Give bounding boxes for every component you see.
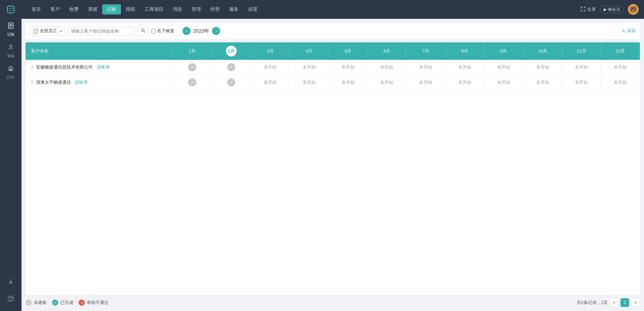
month-cell-2: − bbox=[212, 60, 251, 75]
page-footer: − 未建账 ✓ 已完成 ✕ 审核不通过 共2条记录， bbox=[26, 295, 640, 307]
bookkeeping-icon bbox=[7, 22, 14, 31]
status-not-started: 未开始 bbox=[419, 65, 432, 70]
dropdown-arrow-icon: ▾ bbox=[60, 29, 62, 34]
nav-message[interactable]: 消息 bbox=[168, 4, 187, 14]
next-page-button[interactable]: > bbox=[631, 298, 640, 307]
sidebar-item-bookkeeping-label: 记账 bbox=[7, 32, 14, 37]
legend-not-built: − 未建账 bbox=[26, 300, 47, 306]
month-cell-12: 未开始 bbox=[601, 60, 640, 75]
enter-ledger-link[interactable]: 进账簿 bbox=[75, 80, 88, 85]
my-accounts-checkbox[interactable] bbox=[151, 29, 156, 33]
sidebar-item-bookkeeping[interactable]: 记账 bbox=[0, 19, 22, 40]
nav-tax[interactable]: 报税 bbox=[121, 4, 140, 14]
month-cell-7: 未开始 bbox=[406, 75, 445, 90]
nav-home[interactable]: 首页 bbox=[27, 4, 46, 14]
status-not-started: 未开始 bbox=[536, 65, 549, 70]
employee-icon: 📋 bbox=[33, 28, 38, 34]
status-not-started: 未开始 bbox=[341, 65, 355, 70]
active-month-badge: 2月 bbox=[226, 46, 237, 56]
th-oct: 10月 bbox=[523, 42, 562, 60]
sidebar-item-audit[interactable]: 审核 bbox=[0, 40, 22, 62]
nav-service[interactable]: 服务 bbox=[225, 4, 243, 14]
month-cell-6: 未开始 bbox=[367, 60, 406, 75]
status-not-started: 未开始 bbox=[419, 80, 432, 85]
sidebar-item-print-label: 打印 bbox=[7, 75, 14, 80]
status-not-started: 未开始 bbox=[264, 65, 277, 70]
search-button[interactable] bbox=[138, 27, 149, 36]
nav-billing[interactable]: 收费 bbox=[65, 4, 83, 14]
status-not-started: 未开始 bbox=[575, 80, 588, 85]
search-input[interactable] bbox=[68, 27, 135, 35]
status-not-started: 未开始 bbox=[614, 80, 627, 85]
status-dash-icon: − bbox=[188, 63, 196, 71]
fullscreen-button[interactable]: 全屏 bbox=[580, 6, 596, 13]
client-name-cell: 2 漠澳太平畅捷通信 进账簿 bbox=[26, 75, 173, 90]
nav-business[interactable]: 工商项目 bbox=[140, 4, 168, 14]
table-header-row: 客户名称 1月 2月 3月 4月 5月 bbox=[26, 42, 640, 60]
next-year-button[interactable]: › bbox=[212, 27, 220, 35]
prev-year-button[interactable]: ‹ bbox=[183, 27, 191, 35]
employee-select[interactable]: 📋 全部员工 ▾ bbox=[30, 26, 65, 36]
th-jun: 6月 bbox=[367, 42, 406, 60]
sidebar-item-print[interactable]: 打印 bbox=[0, 62, 22, 83]
sidebar-item-help[interactable] bbox=[0, 292, 22, 307]
month-cell-5: 未开始 bbox=[328, 60, 367, 75]
month-cell-4: 未开始 bbox=[289, 75, 328, 90]
month-cell-6: 未开始 bbox=[367, 75, 406, 90]
month-cell-3: 未开始 bbox=[251, 60, 290, 75]
status-not-started: 未开始 bbox=[614, 65, 627, 70]
month-cell-1: − bbox=[173, 60, 212, 75]
avatar[interactable]: 🐻 bbox=[628, 4, 639, 15]
legend-dot-red: ✕ bbox=[79, 300, 85, 306]
page-1-button[interactable]: 1 bbox=[620, 298, 629, 307]
status-not-started: 未开始 bbox=[458, 80, 471, 85]
legend-dot-grey: − bbox=[26, 300, 32, 306]
month-cell-11: 未开始 bbox=[562, 60, 601, 75]
status-not-started: 未开始 bbox=[303, 65, 316, 70]
record-count: 共2条记录，1页 bbox=[577, 300, 608, 306]
th-apr: 4月 bbox=[289, 42, 328, 60]
page-content: 📋 全部员工 ▾ 名下账套 ‹ 2023年 › ↻ bbox=[22, 19, 644, 311]
help-icon bbox=[7, 295, 14, 304]
nav-operation[interactable]: 经营 bbox=[206, 4, 225, 14]
top-navigation: 首页 客户 收费 票据 记账 报税 工商项目 消息 管理 经营 服务 设置 全屏… bbox=[22, 0, 644, 19]
status-not-started: 未开始 bbox=[341, 80, 355, 85]
th-aug: 8月 bbox=[445, 42, 484, 60]
month-cell-12: 未开始 bbox=[601, 75, 640, 90]
enter-ledger-link[interactable]: 进账簿 bbox=[96, 65, 110, 70]
vip-button[interactable]: ▶ 畅会员 bbox=[600, 6, 624, 13]
refresh-button[interactable]: ↻ 刷新 bbox=[622, 28, 636, 34]
nav-settings[interactable]: 设置 bbox=[243, 4, 262, 14]
prev-page-button[interactable]: < bbox=[610, 298, 618, 307]
legend-rejected-label: 审核不通过 bbox=[87, 300, 109, 306]
th-jul: 7月 bbox=[406, 42, 445, 60]
svg-point-4 bbox=[10, 45, 12, 47]
status-dash-icon: − bbox=[227, 78, 235, 86]
month-cell-8: 未开始 bbox=[445, 75, 484, 90]
month-cell-3: 未开始 bbox=[251, 75, 290, 90]
status-not-started: 未开始 bbox=[303, 80, 316, 85]
nav-manage[interactable]: 管理 bbox=[187, 4, 206, 14]
status-not-started: 未开始 bbox=[497, 80, 510, 85]
th-mar: 3月 bbox=[251, 42, 290, 60]
year-display: 2023年 bbox=[193, 28, 209, 34]
status-not-started: 未开始 bbox=[497, 65, 510, 70]
client-name: 漠澳太平畅捷通信 bbox=[36, 80, 71, 85]
sidebar-item-download[interactable] bbox=[0, 275, 22, 290]
table-row: 2 漠澳太平畅捷通信 进账簿 −−未开始未开始未开始未开始未开始未开始未开始未开… bbox=[26, 75, 640, 90]
month-cell-5: 未开始 bbox=[328, 75, 367, 90]
legend-not-built-label: 未建账 bbox=[34, 300, 47, 306]
nav-bookkeeping[interactable]: 记账 bbox=[102, 4, 121, 14]
legend-dot-teal: ✓ bbox=[52, 300, 58, 306]
month-cell-4: 未开始 bbox=[289, 60, 328, 75]
status-dash-icon: − bbox=[188, 78, 196, 86]
nav-invoice[interactable]: 票据 bbox=[83, 4, 102, 14]
data-table-wrap: 客户名称 1月 2月 3月 4月 5月 bbox=[26, 42, 640, 295]
data-table: 客户名称 1月 2月 3月 4月 5月 bbox=[26, 42, 640, 90]
refresh-icon: ↻ bbox=[622, 29, 626, 34]
svg-point-7 bbox=[8, 296, 13, 301]
month-cell-9: 未开始 bbox=[484, 75, 523, 90]
th-dec: 12月 bbox=[601, 42, 640, 60]
nav-client[interactable]: 客户 bbox=[46, 4, 65, 14]
sidebar-item-audit-label: 审核 bbox=[7, 53, 14, 59]
